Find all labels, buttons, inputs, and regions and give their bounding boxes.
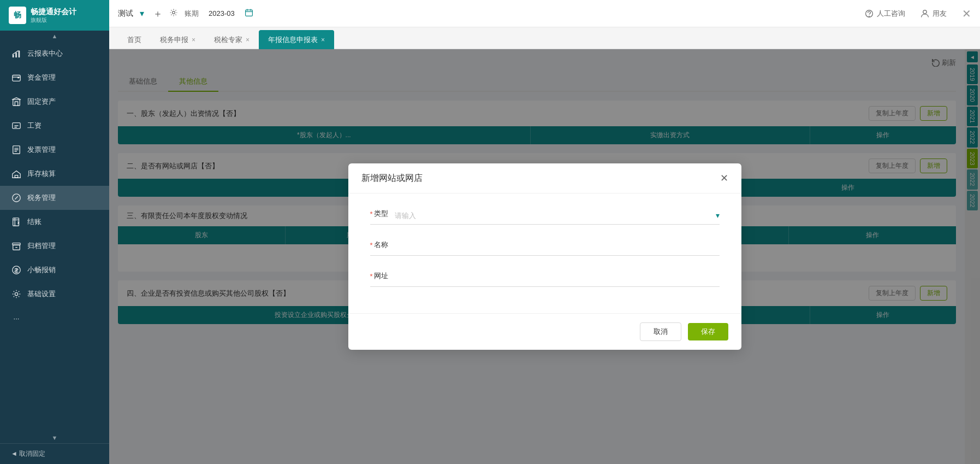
modal-cancel-button[interactable]: 取消 [640, 322, 681, 341]
sidebar-item-yunbaobiao[interactable]: 云报表中心 [0, 42, 109, 66]
service-button[interactable]: 人工咨询 [865, 9, 905, 19]
sidebar-item-fapiao[interactable]: 发票管理 [0, 138, 109, 162]
sidebar-item-label: 工资 [27, 121, 41, 131]
svg-point-13 [15, 292, 17, 295]
sidebar: 畅 畅捷通好会计 旗舰版 ▲ 云报表中心 资金管理 [0, 0, 109, 464]
wallet-icon [11, 72, 22, 83]
tab-shuijian[interactable]: 税检专家 × [205, 30, 259, 49]
salary-icon [11, 120, 22, 131]
type-label: 类型 [373, 209, 388, 219]
sidebar-scroll-up[interactable]: ▲ [0, 31, 109, 42]
tab-nianbao[interactable]: 年报信息申报表 × [259, 30, 334, 49]
invoice-icon [11, 144, 22, 155]
tab-shuijian-label: 税检专家 [214, 35, 242, 45]
modal-body: * 类型 ▾ * 名称 [348, 193, 741, 313]
topbar: 测试 ▾ ＋ 账期 2023-03 人工咨询 用友 ✕ [109, 0, 980, 27]
type-dropdown-arrow[interactable]: ▾ [716, 211, 720, 220]
tax-icon [11, 192, 22, 203]
close-book-icon [11, 216, 22, 227]
app-container: 畅 畅捷通好会计 旗舰版 ▲ 云报表中心 资金管理 [0, 0, 980, 464]
form-item-name: * 名称 [370, 238, 720, 256]
modal-footer: 取消 保存 [348, 313, 741, 350]
sidebar-item-label: 固定资产 [27, 97, 56, 107]
sidebar-logo: 畅 畅捷通好会计 旗舰版 [0, 0, 109, 31]
svg-rect-0 [13, 55, 14, 57]
sidebar-item-kucun[interactable]: 库存核算 [0, 162, 109, 186]
tab-shuiwu-shenb[interactable]: 税务申报 × [151, 30, 205, 49]
sidebar-item-label: 库存核算 [27, 169, 56, 179]
company-dropdown-icon[interactable]: ▾ [140, 8, 144, 19]
url-label: 网址 [373, 271, 388, 281]
tab-shuijian-close[interactable]: × [246, 36, 250, 44]
svg-rect-3 [13, 75, 20, 81]
svg-rect-15 [245, 10, 252, 16]
cancel-fixed-button[interactable]: ◄ 取消固定 [11, 449, 98, 459]
sidebar-item-label: 小畅报销 [27, 265, 56, 275]
main-area: 测试 ▾ ＋ 账期 2023-03 人工咨询 用友 ✕ [109, 0, 980, 464]
sidebar-item-xiaochang[interactable]: 小畅报销 [0, 258, 109, 282]
tab-home-label: 首页 [127, 35, 141, 45]
tab-nianbao-label: 年报信息申报表 [268, 35, 318, 45]
period-label: 账期 [185, 9, 199, 19]
sidebar-item-guidang[interactable]: 归档管理 [0, 234, 109, 258]
sidebar-bottom: ◄ 取消固定 [0, 443, 109, 464]
modal-save-button[interactable]: 保存 [688, 323, 728, 340]
tabbar: 首页 税务申报 × 税检专家 × 年报信息申报表 × [109, 27, 980, 49]
sidebar-item-zijin[interactable]: 资金管理 [0, 66, 109, 90]
svg-point-17 [869, 16, 870, 16]
sidebar-item-label: 归档管理 [27, 241, 56, 251]
form-item-type: * 类型 ▾ [370, 207, 720, 225]
logo-icon: 畅 [9, 7, 26, 24]
name-input[interactable] [395, 243, 720, 251]
svg-rect-2 [19, 51, 20, 58]
settings-icon [11, 289, 22, 299]
sidebar-item-label: 税务管理 [27, 193, 56, 203]
tab-nianbao-close[interactable]: × [321, 36, 325, 44]
sidebar-scroll-down[interactable]: ▼ [0, 432, 109, 443]
settings-topbar-icon[interactable] [169, 8, 178, 19]
svg-rect-4 [13, 100, 20, 106]
sidebar-item-label: 云报表中心 [27, 49, 63, 58]
window-close-button[interactable]: ✕ [962, 7, 971, 20]
logo-edition: 旗舰版 [31, 16, 76, 24]
modal-overlay: 新增网站或网店 ✕ * 类型 ▾ [109, 49, 980, 464]
url-input-wrapper: * 网址 [370, 269, 720, 287]
name-label: 名称 [373, 240, 388, 250]
sidebar-item-shuiwu[interactable]: 税务管理 [0, 186, 109, 210]
user-button[interactable]: 用友 [920, 9, 947, 19]
sidebar-item-gudingzichan[interactable]: 固定资产 [0, 90, 109, 114]
logo-title: 畅捷通好会计 [31, 7, 76, 16]
period-value: 2023-03 [209, 9, 235, 17]
sidebar-item-label: 资金管理 [27, 73, 56, 83]
sidebar-item-label: 结账 [27, 217, 41, 227]
svg-rect-1 [15, 52, 17, 57]
type-input-wrapper: * 类型 ▾ [370, 207, 720, 225]
svg-point-18 [923, 10, 926, 13]
form-item-url: * 网址 [370, 269, 720, 287]
calendar-icon[interactable] [245, 8, 253, 19]
svg-point-14 [173, 11, 175, 14]
warehouse-icon [11, 168, 22, 179]
add-company-icon[interactable]: ＋ [153, 7, 163, 20]
tab-home[interactable]: 首页 [118, 30, 151, 49]
modal-add-website: 新增网站或网店 ✕ * 类型 ▾ [348, 163, 741, 350]
modal-title: 新增网站或网店 [361, 173, 423, 184]
more-icon: ··· [11, 313, 22, 324]
url-input[interactable] [395, 274, 720, 282]
modal-close-button[interactable]: ✕ [720, 172, 728, 184]
sidebar-item-jiezhang[interactable]: 结账 [0, 210, 109, 234]
content-area: 刷新 基础信息 其他信息 一、股东（发起人）出资情况【否】 [109, 49, 980, 464]
sidebar-item-jichushezhi[interactable]: 基础设置 [0, 282, 109, 306]
sidebar-item-label: 发票管理 [27, 145, 56, 155]
svg-rect-7 [15, 175, 17, 178]
expense-icon [11, 265, 22, 275]
sidebar-nav: 云报表中心 资金管理 固定资产 工资 [0, 42, 109, 432]
building-icon [11, 96, 22, 107]
tab-shuiwu-label: 税务申报 [160, 35, 188, 45]
tab-shuiwu-close[interactable]: × [192, 36, 195, 44]
archive-icon [11, 240, 22, 251]
sidebar-item-gongzi[interactable]: 工资 [0, 114, 109, 138]
type-input[interactable] [395, 212, 716, 220]
name-input-wrapper: * 名称 [370, 238, 720, 256]
sidebar-item-more[interactable]: ··· [0, 306, 109, 330]
